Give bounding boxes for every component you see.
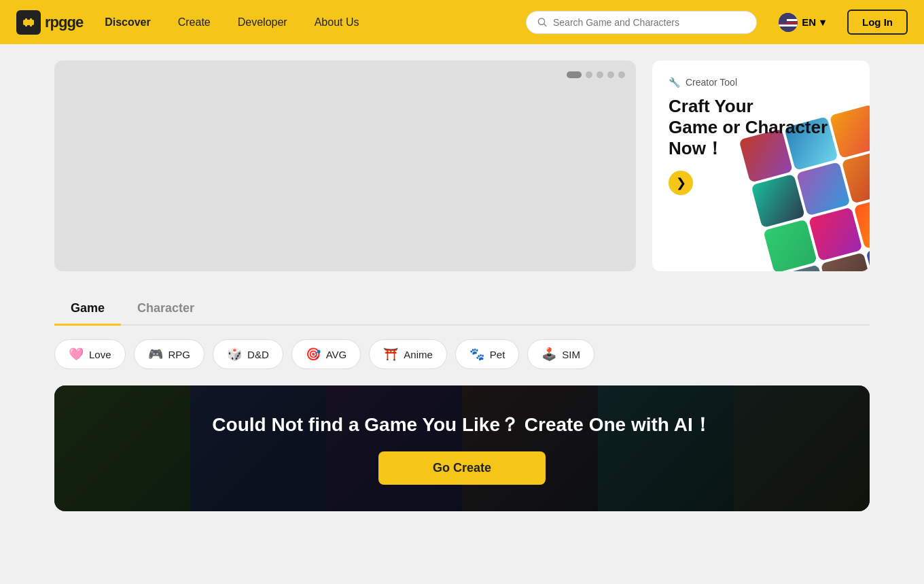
tabs: Game Character xyxy=(54,293,870,326)
category-label-rpg: RPG xyxy=(168,349,191,360)
search-icon xyxy=(537,17,548,28)
tab-character[interactable]: Character xyxy=(121,293,211,326)
nav-discover[interactable]: Discover xyxy=(105,16,151,29)
logo-icon xyxy=(16,10,41,35)
nav-links: Discover Create Developer About Us xyxy=(105,16,359,29)
creator-arrow-button[interactable]: ❯ xyxy=(669,171,693,195)
grid-img-6 xyxy=(763,219,817,271)
creator-badge: Creator Tool xyxy=(686,77,737,88)
search-input[interactable] xyxy=(553,17,745,28)
category-label-dnd: D&D xyxy=(247,349,269,360)
category-label-sim: SIM xyxy=(562,349,580,360)
category-emoji-sim: 🕹️ xyxy=(541,347,556,362)
category-emoji-rpg: 🎮 xyxy=(148,347,163,362)
category-emoji-dnd: 🎲 xyxy=(227,347,242,362)
search-bar[interactable] xyxy=(526,11,757,34)
tools-icon: 🔧 xyxy=(669,77,680,88)
svg-rect-2 xyxy=(30,18,32,27)
svg-line-4 xyxy=(544,24,546,26)
cta-banner: Could Not find a Game You Like？ Create O… xyxy=(54,385,870,511)
grid-img-4 xyxy=(796,162,851,216)
login-button[interactable]: Log In xyxy=(847,10,908,35)
category-label-avg: AVG xyxy=(326,349,347,360)
main-content: 🔧 Creator Tool Craft Your Game or Charac… xyxy=(27,44,897,528)
category-label-pet: Pet xyxy=(490,349,505,360)
slider-dot-3[interactable] xyxy=(597,71,603,78)
creator-card: 🔧 Creator Tool Craft Your Game or Charac… xyxy=(652,61,870,271)
category-sim[interactable]: 🕹️ SIM xyxy=(527,339,594,369)
category-emoji-anime: ⛩️ xyxy=(383,347,398,362)
flag-icon xyxy=(779,13,798,32)
slider-dot-1[interactable] xyxy=(567,71,582,78)
categories: 🩷 Love 🎮 RPG 🎲 D&D 🎯 AVG ⛩️ Anime 🐾 Pet … xyxy=(54,339,870,369)
grid-img-3 xyxy=(751,174,805,228)
category-avg[interactable]: 🎯 AVG xyxy=(291,339,361,369)
lang-label: EN xyxy=(802,16,816,28)
slider-dot-2[interactable] xyxy=(586,71,592,78)
lang-selector[interactable]: EN ▾ xyxy=(779,13,825,32)
lang-chevron-icon: ▾ xyxy=(820,16,825,29)
creator-card-header: 🔧 Creator Tool xyxy=(669,77,853,88)
category-emoji-pet: 🐾 xyxy=(469,347,484,362)
slider-dots xyxy=(567,71,625,78)
tabs-section: Game Character 🩷 Love 🎮 RPG 🎲 D&D 🎯 AVG … xyxy=(54,293,870,369)
category-emoji-avg: 🎯 xyxy=(306,347,321,362)
category-label-anime: Anime xyxy=(404,349,433,360)
category-rpg[interactable]: 🎮 RPG xyxy=(134,339,205,369)
creator-arrow-icon: ❯ xyxy=(676,175,686,190)
category-dnd[interactable]: 🎲 D&D xyxy=(213,339,283,369)
category-pet[interactable]: 🐾 Pet xyxy=(455,339,520,369)
hero-section: 🔧 Creator Tool Craft Your Game or Charac… xyxy=(54,61,870,271)
nav-developer[interactable]: Developer xyxy=(238,16,287,29)
creator-title-line3: Now！ xyxy=(669,138,724,158)
svg-rect-9 xyxy=(779,13,787,23)
go-create-button[interactable]: Go Create xyxy=(378,451,546,485)
svg-rect-0 xyxy=(23,20,34,25)
creator-title-line1: Craft Your xyxy=(669,96,753,116)
cta-text: Could Not find a Game You Like？ Create O… xyxy=(212,412,711,438)
svg-rect-1 xyxy=(25,18,27,27)
navbar: rpgge Discover Create Developer About Us… xyxy=(0,0,924,44)
category-emoji-love: 🩷 xyxy=(69,347,84,362)
logo-text: rpgge xyxy=(45,14,83,31)
category-anime[interactable]: ⛩️ Anime xyxy=(369,339,447,369)
creator-card-title: Craft Your Game or Character Now！ xyxy=(669,96,853,160)
slider-dot-5[interactable] xyxy=(618,71,625,78)
tab-game[interactable]: Game xyxy=(54,293,121,326)
cta-overlay xyxy=(54,385,870,511)
svg-rect-8 xyxy=(779,24,798,27)
nav-create[interactable]: Create xyxy=(178,16,211,29)
slider-dot-4[interactable] xyxy=(607,71,614,78)
category-love[interactable]: 🩷 Love xyxy=(54,339,126,369)
nav-about[interactable]: About Us xyxy=(315,16,359,29)
hero-slider[interactable] xyxy=(54,61,636,271)
category-label-love: Love xyxy=(89,349,111,360)
creator-title-line2: Game or Character xyxy=(669,117,828,137)
logo[interactable]: rpgge xyxy=(16,10,83,35)
grid-img-7 xyxy=(808,207,863,262)
